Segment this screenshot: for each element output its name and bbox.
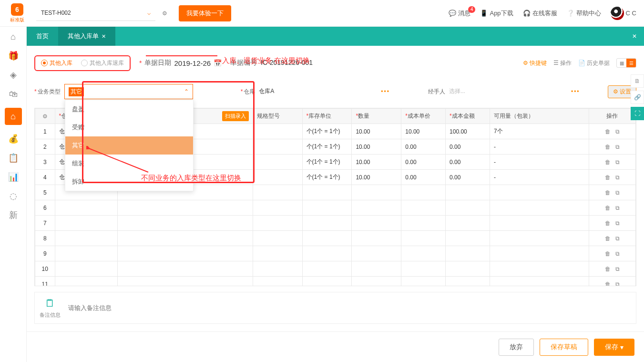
remarks-input[interactable] <box>68 304 631 311</box>
copy-icon[interactable]: ⧉ <box>615 281 620 287</box>
discard-button[interactable]: 放弃 <box>499 339 534 356</box>
footer: 放弃 保存草稿 保存▾ <box>27 331 644 362</box>
table-row[interactable]: 10🗑⧉ <box>35 261 636 277</box>
table-row[interactable]: 8🗑⧉ <box>35 231 636 246</box>
phone-icon: 📱 <box>480 10 488 17</box>
chevron-down-icon: ▾ <box>620 343 624 351</box>
delete-icon[interactable]: 🗑 <box>605 144 611 150</box>
content: 入库、退货业务 在这里切换 其他入库 其他入库退库 * 单据日期 2 <box>27 46 644 331</box>
nav-new-icon[interactable]: 新 <box>8 210 19 220</box>
close-panel-button[interactable]: ✕ <box>625 27 644 46</box>
copy-icon[interactable]: ⧉ <box>615 220 620 227</box>
save-button[interactable]: 保存▾ <box>594 339 634 356</box>
copy-icon[interactable]: ⧉ <box>615 144 620 150</box>
help-icon: ❔ <box>567 10 574 17</box>
user-menu[interactable]: C C <box>611 7 636 20</box>
nav-warehouse-icon[interactable]: ⌂ <box>5 108 22 125</box>
more-icon[interactable]: ••• <box>381 88 390 95</box>
warehouse-field[interactable]: *仓库 仓库A ••• <box>241 87 390 96</box>
table-row[interactable]: 7🗑⧉ <box>35 216 636 231</box>
delete-icon[interactable]: 🗑 <box>605 189 611 196</box>
shortcut-link[interactable]: ⚙快捷键 <box>523 59 547 67</box>
copy-icon[interactable]: ⧉ <box>615 266 620 272</box>
delete-icon[interactable]: 🗑 <box>605 205 611 211</box>
org-value: TEST-H002 <box>41 10 71 16</box>
more-icon[interactable]: ••• <box>571 88 580 95</box>
help-link[interactable]: ❔ 帮助中心 <box>567 9 601 18</box>
biztype-select[interactable]: 其它 ⌃ 盘盈 受赠 其它 组装 拆卸 <box>64 84 193 99</box>
cta-button[interactable]: 我要体验一下 <box>179 5 231 21</box>
table-row[interactable]: 9🗑⧉ <box>35 246 636 261</box>
message-icon: 💬 <box>449 10 456 17</box>
radio-inbound[interactable]: 其他入库 <box>41 59 72 67</box>
messages-link[interactable]: 💬 消息 4 <box>449 9 470 18</box>
table-row[interactable]: 11🗑⧉ <box>35 277 636 287</box>
delete-icon[interactable]: 🗑 <box>605 220 611 227</box>
gear-col[interactable]: ⚙ <box>35 109 55 124</box>
option-panying[interactable]: 盘盈 <box>65 100 193 118</box>
edition-label: 标准版 <box>10 17 24 23</box>
date-field[interactable]: * 单据日期 2019-12-26 📅 <box>139 59 222 67</box>
delete-icon[interactable]: 🗑 <box>605 281 611 287</box>
copy-icon[interactable]: ⧉ <box>615 235 620 242</box>
copy-icon[interactable]: ⧉ <box>615 189 620 196</box>
remarks-label: 🗒 备注信息 <box>40 297 61 319</box>
header-right: 💬 消息 4 📱 App下载 🎧 在线客服 ❔ 帮助中心 C C <box>449 7 636 20</box>
tab-home[interactable]: 首页 <box>27 27 58 46</box>
delete-icon[interactable]: 🗑 <box>605 250 611 257</box>
nav-diamond-icon[interactable]: ◈ <box>8 70 19 80</box>
scan-button[interactable]: 扫描录入 <box>222 111 249 121</box>
option-zuzhuang[interactable]: 组装 <box>65 155 193 173</box>
table-row[interactable]: 6🗑⧉ <box>35 200 636 216</box>
nav-circle-icon[interactable]: ◌ <box>8 191 19 201</box>
nav-clipboard-icon[interactable]: 📋 <box>8 153 19 163</box>
note-float-icon[interactable]: 🗎 <box>631 74 644 88</box>
nav-money-icon[interactable]: 💰 <box>8 134 19 144</box>
calendar-icon: 📅 <box>214 59 222 67</box>
history-link[interactable]: 📄历史单据 <box>578 59 610 67</box>
copy-icon[interactable]: ⧉ <box>615 159 620 165</box>
delete-icon[interactable]: 🗑 <box>605 159 611 165</box>
draft-button[interactable]: 保存草稿 <box>540 339 588 356</box>
copy-icon[interactable]: ⧉ <box>615 128 620 135</box>
copy-icon[interactable]: ⧉ <box>615 205 620 211</box>
close-icon[interactable]: ✕ <box>102 33 106 40</box>
expand-float-icon[interactable]: ⛶ <box>631 107 644 120</box>
badge: 4 <box>468 6 476 13</box>
link-float-icon[interactable]: 🔗 <box>631 91 644 104</box>
nav-report-icon[interactable]: 📊 <box>8 172 19 182</box>
view-toggle[interactable]: ▦☰ <box>616 58 636 68</box>
gear-icon: ⚙ <box>523 60 528 66</box>
option-qita[interactable]: 其它 <box>65 136 193 155</box>
delete-icon[interactable]: 🗑 <box>605 128 611 135</box>
radio-icon <box>81 60 88 66</box>
annotation-1: 入库、退货业务 在这里切换 <box>222 56 310 65</box>
radio-icon <box>41 60 48 66</box>
top-header: 标准版 TEST-H002 ⌵ ⚙ 我要体验一下 💬 消息 4 📱 App下载 … <box>0 0 644 27</box>
nav-bag-icon[interactable]: 🛍 <box>8 89 19 99</box>
delete-icon[interactable]: 🗑 <box>605 174 611 181</box>
org-select[interactable]: TEST-H002 ⌵ <box>36 6 155 21</box>
form-row: *业务类型 其它 ⌃ 盘盈 受赠 其它 组装 拆卸 *仓库 <box>34 84 636 99</box>
menu-icon: ☰ <box>553 60 559 66</box>
copy-icon[interactable]: ⧉ <box>615 250 620 257</box>
download-link[interactable]: 📱 App下载 <box>480 9 513 18</box>
radio-group: 其他入库 其他入库退库 <box>34 55 131 71</box>
annotation-2: 不同业务的入库类型在这里切换 <box>141 174 241 183</box>
option-shouzeng[interactable]: 受赠 <box>65 118 193 136</box>
topline: 其他入库 其他入库退库 * 单据日期 2019-12-26 📅 单据编号 IC-… <box>34 53 636 72</box>
radio-return[interactable]: 其他入库退库 <box>81 59 124 67</box>
gear-icon[interactable]: ⚙ <box>160 8 169 19</box>
service-link[interactable]: 🎧 在线客服 <box>523 9 557 18</box>
copy-icon[interactable]: ⧉ <box>615 174 620 181</box>
nav-home-icon[interactable]: ⌂ <box>8 31 19 42</box>
delete-icon[interactable]: 🗑 <box>605 235 611 242</box>
biztype-field: *业务类型 其它 ⌃ 盘盈 受赠 其它 组装 拆卸 <box>34 84 193 99</box>
agent-field[interactable]: 经手人 选择... ••• <box>428 87 580 96</box>
tab-current[interactable]: 其他入库单 ✕ <box>58 27 115 46</box>
delete-icon[interactable]: 🗑 <box>605 266 611 272</box>
operate-link[interactable]: ☰操作 <box>553 59 572 67</box>
nav-gift-icon[interactable]: 🎁 <box>8 51 19 61</box>
gear-icon: ⚙ <box>613 88 618 95</box>
headset-icon: 🎧 <box>523 10 531 17</box>
